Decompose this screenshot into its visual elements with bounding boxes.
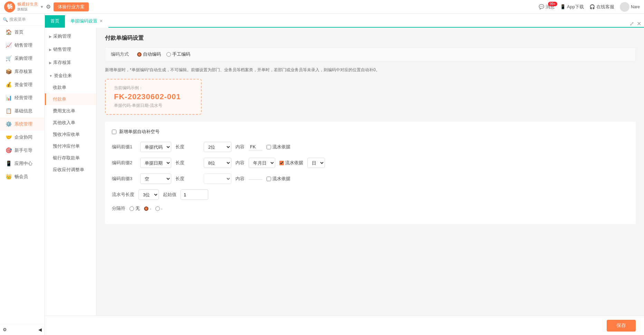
arrow-right-icon: ▶: [49, 35, 52, 38]
dropdown-arrow-icon[interactable]: ▾: [41, 4, 43, 9]
sep-none-option[interactable]: 无: [129, 205, 140, 212]
prefix1-select[interactable]: 单据代码 单据日期 空: [140, 142, 171, 152]
sidebar-item-vip[interactable]: 👑 畅会员: [0, 170, 45, 183]
tab-close-icon[interactable]: ✕: [99, 19, 103, 24]
content2-select[interactable]: 年月日 年月 年: [249, 158, 275, 168]
sep-dot1-radio[interactable]: [144, 206, 148, 211]
stream1-checkbox-item[interactable]: 流水依据: [267, 144, 290, 150]
length3-select[interactable]: [204, 174, 231, 184]
sub-menu-purchase-label: 采购管理: [53, 33, 71, 39]
sub-sidebar: ▶ 采购管理 ▶ 销售管理 ▶ 库存核算: [45, 28, 97, 316]
username: Nare: [631, 4, 640, 9]
day-select[interactable]: 日 月 年: [307, 158, 325, 168]
sidebar-item-label: 新手引导: [15, 147, 32, 153]
sidebar-item-inventory[interactable]: 📦 库存核算: [0, 65, 45, 78]
sep-dot1-label: ·: [150, 206, 151, 211]
encoding-radio-group: 自动编码 手工编码: [137, 51, 190, 57]
app-download-label: App下载: [567, 4, 584, 10]
sidebar-item-management[interactable]: 📊 经营管理: [0, 91, 45, 104]
sub-menu-item-prepay-offset[interactable]: 预收冲应收单: [45, 129, 96, 140]
message-button[interactable]: 💬 消息 99+: [539, 4, 555, 10]
example-card: 当前编码示例： FK-20230602-001 单据代码-单据日期-流水号: [105, 79, 202, 115]
sep-dot1-option[interactable]: ·: [144, 206, 151, 211]
manual-encoding-radio[interactable]: [166, 52, 171, 57]
stream3-checkbox[interactable]: [267, 177, 271, 181]
stream1-label: 流水依据: [272, 144, 290, 150]
sep-dot2-option[interactable]: ·: [155, 206, 163, 211]
tab-home[interactable]: 首页: [45, 15, 65, 28]
sub-menu-item-expense[interactable]: 费用支出单: [45, 105, 96, 117]
prefix3-label: 编码前缀3: [112, 176, 136, 182]
arrow-right-icon: ▶: [49, 48, 52, 52]
brand-info: 畅通好生意 旗舰版: [17, 2, 38, 12]
tab-encoding[interactable]: 单据编码设置 ✕: [65, 15, 108, 28]
stream2-checkbox[interactable]: [279, 161, 284, 165]
start-value-input[interactable]: [181, 189, 208, 200]
sidebar-item-label: 畅会员: [15, 174, 28, 180]
serial-length-select[interactable]: 3位 4位 5位: [138, 189, 159, 200]
online-service-button[interactable]: 🎧 在线客服: [589, 4, 614, 10]
sub-menu-header-inventory[interactable]: ▶ 库存核算: [45, 57, 96, 68]
sub-menu-item-payment[interactable]: 付款单: [45, 93, 96, 105]
maximize-icon[interactable]: ⤢: [629, 20, 634, 27]
collapse-icon[interactable]: ◀: [38, 327, 42, 332]
auto-fill-checkbox[interactable]: [112, 130, 116, 134]
brand-logo: 畅: [4, 1, 15, 12]
sub-menu-item-advance-offset[interactable]: 预付冲应付单: [45, 140, 96, 152]
manual-encoding-option[interactable]: 手工编码: [166, 51, 190, 57]
sub-menu-item-receipt[interactable]: 收款单: [45, 82, 96, 93]
sub-menu-sales-label: 销售管理: [53, 46, 71, 53]
stream2-label: 流水依据: [285, 160, 303, 166]
sales-icon: 📈: [6, 42, 12, 48]
auto-encoding-option[interactable]: 自动编码: [137, 51, 161, 57]
content-area: 首页 单据编码设置 ✕ ⤢ ✕ ▶ 采购管理: [45, 14, 644, 335]
sidebar-item-home[interactable]: 🏠 首页: [0, 26, 45, 39]
settings-icon[interactable]: ⚙: [46, 3, 51, 10]
sidebar-item-finance[interactable]: 💰 资金管理: [0, 78, 45, 91]
sidebar-item-sales[interactable]: 📈 销售管理: [0, 39, 45, 52]
sep-dot2-radio[interactable]: [155, 206, 160, 211]
encoding-type-label: 编码方式: [111, 51, 129, 57]
main-layout: 🔍 搜索菜单 🏠 首页 📈 销售管理 🛒 采购管理 📦 库存核算 💰: [0, 14, 644, 335]
sep-none-radio[interactable]: [129, 206, 134, 211]
stream3-checkbox-item[interactable]: 流水依据: [267, 176, 290, 182]
separator-options: 无 · ·: [129, 205, 162, 212]
brand: 畅 畅通好生意 旗舰版: [4, 1, 38, 12]
start-value-label: 起始值: [163, 192, 176, 198]
stream1-checkbox[interactable]: [267, 145, 271, 149]
prefix2-select[interactable]: 单据日期 单据代码 空: [140, 158, 171, 168]
sidebar-item-basic-info[interactable]: 📋 基础信息: [0, 104, 45, 118]
auto-fill-label: 新增单据自动补空号: [119, 129, 160, 135]
sidebar-item-label: 库存核算: [15, 68, 32, 75]
length2-select[interactable]: 8位 6位 4位: [204, 158, 231, 168]
sub-menu-header-sales[interactable]: ▶ 销售管理: [45, 44, 96, 55]
sub-menu-header-purchase[interactable]: ▶ 采购管理: [45, 30, 96, 42]
app-download-button[interactable]: 📱 App下载: [560, 4, 584, 10]
search-menu[interactable]: 🔍 搜索菜单: [0, 14, 45, 26]
trial-button[interactable]: 体验行业方案: [54, 2, 89, 11]
sidebar-item-system[interactable]: ⚙️ 系统管理: [0, 118, 45, 131]
sub-menu-item-other-income[interactable]: 其他收入单: [45, 117, 96, 129]
settings-footer-icon[interactable]: ⚙: [3, 327, 7, 332]
stream2-checkbox-item[interactable]: 流水依据: [279, 160, 303, 166]
sub-menu-item-bank[interactable]: 银行存取款单: [45, 152, 96, 164]
sub-menu-item-adjust[interactable]: 应收应付调整单: [45, 164, 96, 176]
sub-menu-inventory-label: 库存核算: [53, 59, 71, 66]
guide-icon: 🎯: [6, 147, 12, 153]
sidebar-item-app-center[interactable]: 📱 应用中心: [0, 157, 45, 170]
user-profile[interactable]: Nare: [620, 2, 640, 12]
close-window-icon[interactable]: ✕: [637, 20, 641, 27]
sidebar-item-purchase[interactable]: 🛒 采购管理: [0, 52, 45, 65]
sidebar-item-enterprise[interactable]: 🤝 企业协同: [0, 131, 45, 144]
length1-select[interactable]: 2位 3位 4位: [204, 142, 231, 152]
save-button[interactable]: 保存: [607, 320, 636, 332]
serial-label: 流水号长度: [112, 192, 134, 198]
online-service-label: 在线客服: [596, 4, 614, 10]
purchase-icon: 🛒: [6, 55, 12, 62]
sub-menu-header-funds[interactable]: ▼ 资金往来: [45, 70, 96, 82]
sidebar-item-guide[interactable]: 🎯 新手引导: [0, 144, 45, 157]
sub-menu-group-funds: ▼ 资金往来 收款单 付款单 费用支出单 其他收入单 预收冲应收单 预付冲应付单…: [45, 70, 96, 176]
prefix3-select[interactable]: 空 单据代码 单据日期: [140, 174, 171, 184]
message-icon: 💬: [539, 4, 544, 9]
auto-encoding-radio[interactable]: [137, 52, 142, 57]
